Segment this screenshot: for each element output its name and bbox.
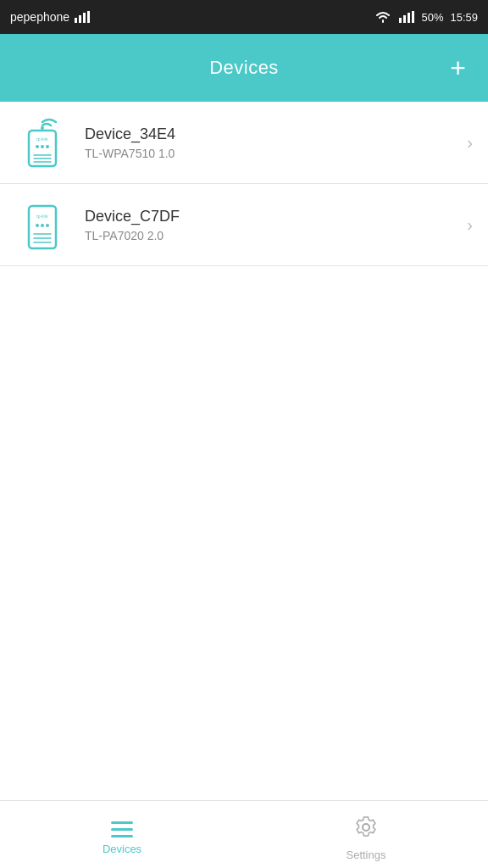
carrier-name: pepephone bbox=[10, 10, 69, 24]
svg-point-19 bbox=[36, 224, 39, 227]
device-list-container: tp-link Device_34E4 TL-WPA7510 1.0 › bbox=[0, 102, 488, 800]
wifi-icon bbox=[374, 10, 392, 24]
signal-icon bbox=[399, 11, 414, 23]
settings-icon bbox=[354, 815, 378, 845]
svg-rect-0 bbox=[75, 18, 77, 23]
nav-item-devices[interactable]: Devices bbox=[0, 815, 244, 855]
bottom-nav: Devices Settings bbox=[0, 800, 488, 868]
svg-point-8 bbox=[41, 126, 44, 130]
svg-rect-5 bbox=[403, 15, 406, 23]
svg-point-11 bbox=[36, 145, 39, 148]
devices-icon bbox=[111, 821, 133, 837]
add-device-button[interactable]: + bbox=[443, 51, 473, 85]
device-item-1[interactable]: tp-link Device_34E4 TL-WPA7510 1.0 › bbox=[0, 102, 488, 184]
battery-status: 50% bbox=[421, 11, 443, 24]
router-svg-2: tp-link bbox=[20, 198, 64, 252]
device-info-2: Device_C7DF TL-PA7020 2.0 bbox=[85, 208, 460, 242]
svg-point-12 bbox=[41, 145, 44, 148]
app-header: Devices + bbox=[0, 34, 488, 102]
clock: 15:59 bbox=[450, 11, 478, 24]
device-model-1: TL-WPA7510 1.0 bbox=[85, 147, 460, 160]
svg-rect-1 bbox=[79, 15, 81, 23]
router-svg-1: tp-link bbox=[20, 115, 64, 170]
device-model-2: TL-PA7020 2.0 bbox=[85, 229, 460, 242]
svg-rect-2 bbox=[83, 13, 86, 23]
carrier-icon bbox=[75, 11, 90, 23]
svg-text:tp-link: tp-link bbox=[36, 214, 48, 219]
device-name-2: Device_C7DF bbox=[85, 208, 460, 225]
status-icons: 50% 15:59 bbox=[374, 10, 478, 24]
device-name-1: Device_34E4 bbox=[85, 125, 460, 143]
svg-rect-6 bbox=[408, 13, 410, 23]
chevron-icon-1: › bbox=[467, 133, 473, 153]
page-title: Devices bbox=[209, 57, 279, 79]
nav-label-devices: Devices bbox=[103, 843, 141, 855]
chevron-icon-2: › bbox=[467, 215, 473, 235]
device-icon-1: tp-link bbox=[15, 115, 69, 170]
svg-rect-7 bbox=[412, 11, 414, 23]
status-bar: pepephone 50% 15:59 bbox=[0, 0, 488, 34]
svg-point-21 bbox=[46, 224, 49, 227]
carrier-info: pepephone bbox=[10, 10, 90, 24]
svg-text:tp-link: tp-link bbox=[36, 136, 48, 142]
device-info-1: Device_34E4 TL-WPA7510 1.0 bbox=[85, 125, 460, 160]
device-item-2[interactable]: tp-link Device_C7DF TL-PA7020 2.0 › bbox=[0, 184, 488, 266]
svg-point-20 bbox=[41, 224, 44, 227]
device-icon-2: tp-link bbox=[15, 198, 69, 252]
svg-rect-4 bbox=[399, 18, 402, 23]
nav-item-settings[interactable]: Settings bbox=[244, 809, 488, 861]
svg-point-13 bbox=[46, 145, 49, 148]
svg-rect-3 bbox=[87, 11, 90, 23]
nav-label-settings: Settings bbox=[347, 849, 386, 861]
